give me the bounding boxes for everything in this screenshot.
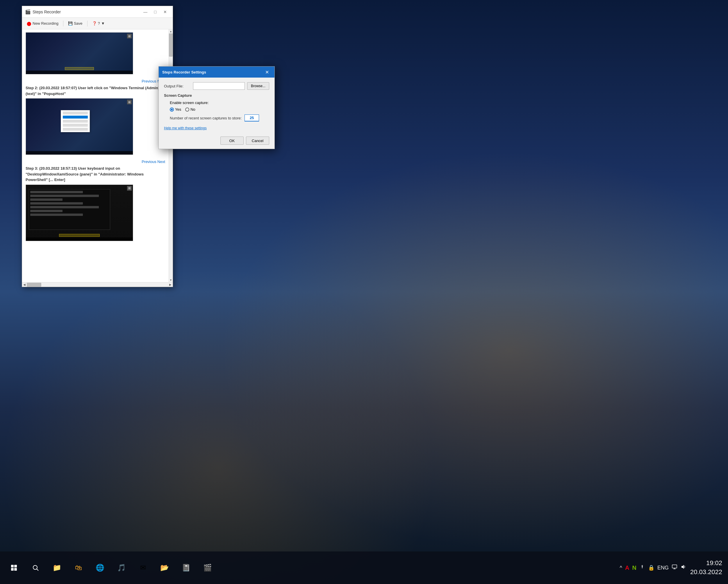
terminal-line-6 [30,210,62,212]
clock-date: 20.03.2022 [690,568,722,577]
steps-recorder-window: 🎬 Steps Recorder — □ ✕ ⬤ New Recording 💾… [22,6,173,287]
screen-capture-section: Screen Capture Enable screen capture: Ye… [164,93,269,121]
menu-item-1 [63,112,88,114]
svg-rect-0 [11,565,14,567]
toolbar-separator-2 [87,21,87,26]
scrollbar-h-thumb[interactable] [27,283,41,287]
horizontal-scrollbar[interactable]: ◀ ▶ [22,282,173,287]
output-file-label: Output File: [164,84,193,88]
step2-header: Step 2: (20.03.2022 18:57:07) User left … [26,85,165,96]
dialog-footer: OK Cancel [164,134,269,145]
dialog-body: Output File: Browse... Screen Capture En… [159,78,275,149]
dialog-titlebar: Steps Recorder Settings ✕ [159,66,275,78]
spotify-button[interactable]: 🎵 [113,560,130,576]
step3-header: Step 3: (20.03.2022 18:57:13) User keybo… [26,166,165,183]
radio-yes-label: Yes [175,107,181,112]
taskbar-clock[interactable]: 19:02 20.03.2022 [690,559,722,577]
radio-yes[interactable]: Yes [170,107,181,112]
window-titlebar: 🎬 Steps Recorder — □ ✕ [22,6,173,18]
count-label: Number of recent screen captures to stor… [170,116,242,120]
help-dropdown-icon: ▼ [101,21,105,26]
ok-button[interactable]: OK [220,137,244,145]
terminal-line-1 [30,191,83,193]
count-input[interactable] [244,114,259,121]
step1-screenshot: ⊞ [26,32,133,74]
volume-icon [680,564,686,572]
minimize-button[interactable]: — [141,8,150,16]
settings-dialog: Steps Recorder Settings ✕ Output File: B… [158,66,275,149]
scrollbar-left-arrow[interactable]: ◀ [22,282,27,287]
cancel-button[interactable]: Cancel [246,137,269,145]
step2-screenshot: ⊞ [26,98,133,155]
svg-rect-1 [14,565,17,567]
ss3-corner-icon: ⊞ [127,186,132,191]
explorer2-button[interactable]: 📂 [156,560,173,576]
radio-yes-circle [170,108,174,112]
mail-button[interactable]: ✉ [135,560,151,576]
terminal-line-4 [30,202,83,204]
terminal-line-7 [30,214,83,216]
new-recording-button[interactable]: ⬤ New Recording [25,20,60,27]
menu-item-5 [63,128,88,131]
lang-indicator: ENG [657,565,669,571]
system-tray: ^ A N 🔒 ENG [620,564,686,572]
output-file-input[interactable] [193,82,245,90]
window-controls: — □ ✕ [141,8,170,16]
steps-recorder-icon: 🎬 [25,9,31,15]
enable-capture-label: Enable screen capture: [170,101,269,105]
dialog-title: Steps Recorder Settings [162,70,263,74]
taskbar-right: ^ A N 🔒 ENG [620,559,722,577]
nvidia-icon: N [632,564,636,571]
amd-icon: A [625,564,629,571]
maximize-button[interactable]: □ [151,8,160,16]
store-button[interactable]: 🛍 [70,560,87,576]
scrollbar-right-arrow[interactable]: ▶ [168,282,173,287]
svg-rect-3 [14,568,17,571]
window-content[interactable]: ⊞ Previous Next Step 2: (20.03.2022 18:5… [22,29,168,282]
steps-recorder-taskbar-button[interactable]: 🎬 [200,560,216,576]
save-button[interactable]: 💾 Save [66,20,84,26]
file-explorer-button[interactable]: 📁 [49,560,65,576]
svg-point-4 [33,565,37,569]
step3-screenshot: ⊞ [26,185,133,241]
onenote-button[interactable]: 📓 [178,560,194,576]
scrollbar-down-arrow[interactable]: ▼ [169,278,173,282]
help-link[interactable]: Help me with these settings [164,126,269,130]
taskbar-icons: 📁 🛍 🌐 🎵 ✉ 📂 📓 🎬 [6,560,216,576]
menu-item-3 [63,120,88,122]
radio-no[interactable]: No [185,107,196,112]
radio-yes-dot [171,109,173,110]
save-icon: 💾 [68,21,73,26]
menu-popup [61,110,90,132]
toolbar-separator [63,21,63,26]
ss3-highlight [59,234,100,237]
vpn-icon: 🔒 [648,564,654,571]
terminal-content [29,189,110,230]
step2-nav[interactable]: Previous Next [26,79,165,83]
scrollbar-thumb[interactable] [169,33,173,57]
ss1-taskbar [26,71,133,74]
help-button[interactable]: ❓ ? ▼ [90,20,107,26]
start-button[interactable] [6,560,22,576]
chevron-up-icon[interactable]: ^ [620,565,622,571]
radio-no-label: No [190,107,196,112]
display-icon [672,564,677,572]
scrollbar-up-arrow[interactable]: ▲ [169,29,173,33]
ss2-taskbar [26,151,133,155]
step3-nav[interactable]: Previous Next [26,160,165,164]
ss2-corner-icon: ⊞ [127,100,132,104]
close-button[interactable]: ✕ [160,8,170,16]
clock-time: 19:02 [690,559,722,568]
record-icon: ⬤ [27,21,31,26]
dialog-close-button[interactable]: ✕ [263,68,271,76]
network-icon [639,564,645,572]
edge-button[interactable]: 🌐 [92,560,108,576]
window-toolbar: ⬤ New Recording 💾 Save ❓ ? ▼ [22,18,173,29]
svg-marker-10 [681,565,684,569]
search-button[interactable] [27,560,44,576]
svg-line-5 [37,569,39,571]
svg-point-6 [642,567,643,568]
menu-item-2-active [63,116,88,118]
browse-button[interactable]: Browse... [247,82,269,90]
terminal-line-3 [30,198,62,201]
